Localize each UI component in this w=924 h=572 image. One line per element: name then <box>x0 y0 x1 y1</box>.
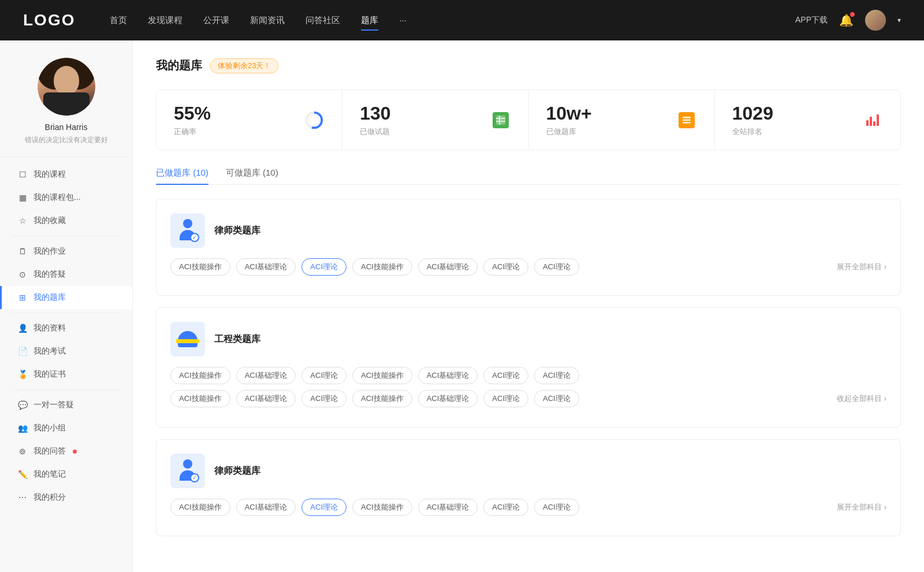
sidebar-item-my-courses[interactable]: ☐ 我的课程 <box>0 163 132 186</box>
user-dropdown-arrow[interactable]: ▾ <box>897 16 901 24</box>
sidebar-item-one-on-one[interactable]: 💬 一对一答疑 <box>0 393 132 417</box>
nav-opencourse[interactable]: 公开课 <box>203 13 229 28</box>
sidebar-item-favorites[interactable]: ☆ 我的收藏 <box>0 209 132 232</box>
law2-tag-1[interactable]: ACI技能操作 <box>170 499 230 516</box>
person-check: ✓ <box>190 233 199 242</box>
law2-tag-2[interactable]: ACI基础理论 <box>236 499 296 516</box>
app-download-button[interactable]: APP下载 <box>795 15 828 25</box>
eng-tag-2[interactable]: ACI基础理论 <box>236 367 296 384</box>
tab-available-banks[interactable]: 可做题库 (10) <box>226 168 278 184</box>
bank-tags-lawyer-1: ACI技能操作 ACI基础理论 ACI理论 ACI技能操作 ACI基础理论 AC… <box>170 258 886 276</box>
sidebar-item-qa-answers-label: 我的答疑 <box>33 269 66 280</box>
law2-tag-7[interactable]: ACI理论 <box>534 499 579 516</box>
tab-done-banks[interactable]: 已做题库 (10) <box>156 168 208 184</box>
nav-more[interactable]: ··· <box>399 13 407 28</box>
sidebar-item-qa-answers[interactable]: ⊙ 我的答疑 <box>0 263 132 286</box>
person-head <box>183 219 192 228</box>
sidebar-item-points[interactable]: ⋯ 我的积分 <box>0 486 132 509</box>
sidebar-item-question-bank[interactable]: ⊞ 我的题库 <box>0 286 132 309</box>
helmet-brim <box>176 339 199 343</box>
nav-questionbank[interactable]: 题库 <box>361 13 378 28</box>
help-icon: ⊙ <box>17 269 28 280</box>
sidebar-item-notes[interactable]: ✏️ 我的笔记 <box>0 463 132 486</box>
bar1 <box>866 120 869 126</box>
score-icon: ⋯ <box>17 492 28 503</box>
sidebar-item-questions-label: 我的问答 <box>33 446 66 456</box>
grid-icon: ⊞ <box>17 292 28 303</box>
eng-tag-1[interactable]: ACI技能操作 <box>170 367 230 384</box>
sidebar-item-profile[interactable]: 👤 我的资料 <box>0 317 132 340</box>
sidebar-item-course-packages[interactable]: ▦ 我的课程包... <box>0 186 132 209</box>
nav-discover[interactable]: 发现课程 <box>148 13 182 28</box>
sidebar-divider-2 <box>12 313 121 313</box>
qa-icon: ⊚ <box>17 446 28 456</box>
stat-accuracy-label: 正确率 <box>174 127 295 137</box>
bank-tag-2[interactable]: ACI基础理论 <box>236 258 296 276</box>
eng-tag-8[interactable]: ACI技能操作 <box>170 390 230 407</box>
nav-news[interactable]: 新闻资讯 <box>250 13 285 28</box>
stat-done-banks-value-group: 10w+ 已做题库 <box>546 103 667 137</box>
stat-done-questions: 130 已做试题 <box>342 90 528 150</box>
avatar[interactable] <box>865 10 886 31</box>
bar2 <box>870 117 872 126</box>
eng-tag-13[interactable]: ACI理论 <box>483 390 528 407</box>
eng-tag-12[interactable]: ACI基础理论 <box>418 390 478 407</box>
eng-tag-5[interactable]: ACI基础理论 <box>418 367 478 384</box>
sidebar-profile: Brian Harris 错误的决定比没有决定要好 <box>0 58 132 157</box>
bank-tag-3-active[interactable]: ACI理论 <box>301 258 346 276</box>
nav-qa[interactable]: 问答社区 <box>305 13 340 28</box>
bank-card-lawyer-2-header: ✓ 律师类题库 <box>170 454 886 488</box>
bank-tags-engineering-row2: ACI技能操作 ACI基础理论 ACI理论 ACI技能操作 ACI基础理论 AC… <box>170 390 886 407</box>
nav-home[interactable]: 首页 <box>110 13 127 28</box>
page-header: 我的题库 体验剩余23天！ <box>156 58 901 73</box>
eng-tag-7[interactable]: ACI理论 <box>534 367 579 384</box>
sidebar-item-groups-label: 我的小组 <box>33 423 66 433</box>
bank-tags-lawyer-2: ACI技能操作 ACI基础理论 ACI理论 ACI技能操作 ACI基础理论 AC… <box>170 499 886 516</box>
sidebar-item-exams-label: 我的考试 <box>33 346 66 356</box>
bank-tag-1[interactable]: ACI技能操作 <box>170 258 230 276</box>
bank-card-lawyer-2: ✓ 律师类题库 ACI技能操作 ACI基础理论 ACI理论 ACI技能操作 AC… <box>156 439 901 536</box>
svg-rect-7 <box>683 117 691 118</box>
eng-tag-6[interactable]: ACI理论 <box>483 367 528 384</box>
notification-bell[interactable]: 🔔 <box>839 13 854 27</box>
person-icon: 👤 <box>17 323 28 333</box>
sidebar-item-certificates[interactable]: 🏅 我的证书 <box>0 363 132 386</box>
law2-tag-3-active[interactable]: ACI理论 <box>301 499 346 516</box>
eng-tag-14[interactable]: ACI理论 <box>534 390 579 407</box>
svg-point-2 <box>310 115 319 125</box>
bank-title-lawyer-1: 律师类题库 <box>214 225 260 237</box>
eng-tag-9[interactable]: ACI基础理论 <box>236 390 296 407</box>
sidebar-item-homework[interactable]: 🗒 我的作业 <box>0 240 132 263</box>
lawyer-person-icon-1: ✓ <box>176 219 199 242</box>
bank-card-lawyer-1-header: ✓ 律师类题库 <box>170 213 886 248</box>
bank-tag-7[interactable]: ACI理论 <box>534 258 579 276</box>
law2-tag-6[interactable]: ACI理论 <box>483 499 528 516</box>
doc-icon: ☐ <box>17 169 28 180</box>
collapse-engineering[interactable]: 收起全部科目 › <box>837 393 886 404</box>
bank-card-lawyer-1: ✓ 律师类题库 ACI技能操作 ACI基础理论 ACI理论 ACI技能操作 AC… <box>156 199 901 296</box>
stat-site-rank: 1029 全站排名 <box>715 90 900 150</box>
sidebar-item-exams[interactable]: 📄 我的考试 <box>0 340 132 363</box>
cert-icon: 🏅 <box>17 369 28 380</box>
bank-tag-6[interactable]: ACI理论 <box>483 258 528 276</box>
chat-icon: 💬 <box>17 400 28 410</box>
bank-card-engineering: 工程类题库 ACI技能操作 ACI基础理论 ACI理论 ACI技能操作 ACI基… <box>156 307 901 428</box>
profile-bio: 错误的决定比没有决定要好 <box>25 135 108 145</box>
expand-lawyer-2[interactable]: 展开全部科目 › <box>837 502 886 512</box>
avatar-image <box>865 10 886 31</box>
sidebar-item-groups[interactable]: 👥 我的小组 <box>0 417 132 440</box>
eng-tag-4[interactable]: ACI技能操作 <box>352 367 412 384</box>
list-stat-icon <box>676 110 697 131</box>
sidebar-item-questions[interactable]: ⊚ 我的问答 <box>0 440 132 463</box>
eng-tag-10[interactable]: ACI理论 <box>301 390 346 407</box>
bank-tag-5[interactable]: ACI基础理论 <box>418 258 478 276</box>
law2-tag-5[interactable]: ACI基础理论 <box>418 499 478 516</box>
expand-lawyer-1[interactable]: 展开全部科目 › <box>837 262 886 272</box>
eng-tag-3[interactable]: ACI理论 <box>301 367 346 384</box>
law2-tag-4[interactable]: ACI技能操作 <box>352 499 412 516</box>
stat-site-rank-label: 全站排名 <box>732 127 853 137</box>
lawyer-bank-icon-1: ✓ <box>170 213 205 248</box>
eng-tag-11[interactable]: ACI技能操作 <box>352 390 412 407</box>
bank-tag-4[interactable]: ACI技能操作 <box>352 258 412 276</box>
group-icon: 👥 <box>17 423 28 433</box>
